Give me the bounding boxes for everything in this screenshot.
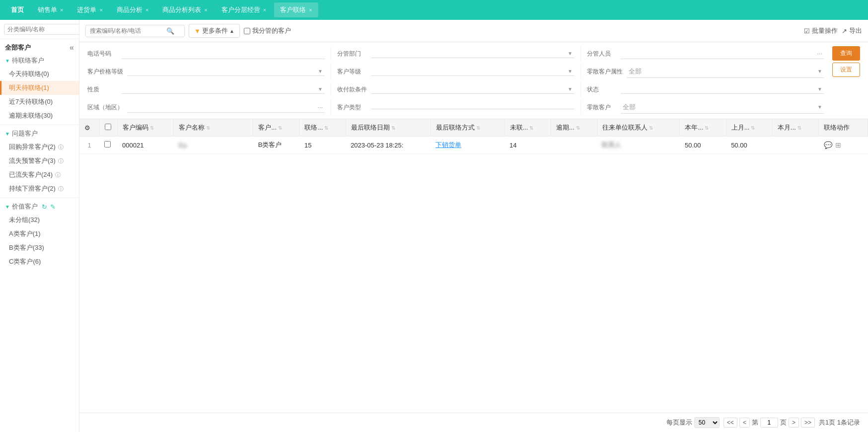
table-select-all-checkbox[interactable] [105,124,111,130]
sidebar-all-customers[interactable]: 全部客户 « [0,39,79,54]
sort-last-date-icon[interactable]: ⇅ [391,125,395,131]
nav-tab-customer-contact-label: 客户联络 [280,5,306,14]
nav-tab-customer-contact[interactable]: 客户联络 × [274,2,318,17]
sidebar-item-class-b[interactable]: B类客户(33) [0,241,79,255]
filter-region-select[interactable]: ··· [127,102,325,113]
next-page-btn[interactable]: > [789,418,799,428]
row-un-contact: 14 [505,137,551,154]
filter-phone-input[interactable] [121,49,325,59]
sort-last-month-icon[interactable]: ⇅ [751,125,755,131]
nav-tab-purchase-close[interactable]: × [99,7,102,13]
page-number-input[interactable] [760,418,778,428]
nav-tab-product-list[interactable]: 商品分析列表 × [156,2,213,17]
search-input[interactable] [90,27,164,34]
my-customers-checkbox-label[interactable]: 我分管的客户 [244,26,291,35]
sidebar-search-area: 🔍 [0,20,79,39]
filter-level-chevron: ▼ [568,69,573,74]
customer-table: ⚙ 客户编码 ⇅ 客户名称 [79,119,868,154]
page-size-area: 每页显示 50 100 200 [666,417,720,428]
sort-contact-person-icon[interactable]: ⇅ [649,125,653,131]
sidebar-item-churned[interactable]: 已流失客户(24) ⓘ [0,168,79,182]
col-last-method: 最后联络方式 ⇅ [431,119,505,137]
filter-price-select[interactable]: ▼ [127,67,325,76]
sidebar-item-7days[interactable]: 近7天待联络(0) [0,95,79,109]
sort-un-contact-icon[interactable]: ⇅ [529,125,533,131]
row-checkbox[interactable] [104,141,111,147]
table-settings-icon[interactable]: ⚙ [84,124,90,132]
sort-code-icon[interactable]: ⇅ [150,125,154,131]
sidebar-item-class-c[interactable]: C类客户(6) [0,255,79,269]
sort-this-year-icon[interactable]: ⇅ [705,125,709,131]
nav-tab-product-analysis-close[interactable]: × [145,7,148,13]
nav-tab-sales[interactable]: 销售单 × [32,2,69,17]
filter-level-select[interactable]: ▼ [371,67,575,76]
row-checkbox-cell [99,137,117,154]
sidebar-item-today[interactable]: 今天待联络(0) [0,67,79,81]
filter-region-dots[interactable]: ··· [317,103,323,111]
sort-name-icon[interactable]: ⇅ [206,125,210,131]
export-btn[interactable]: ↗ 导出 [842,26,862,35]
filter-retail-customer-select[interactable]: 全部 ▼ [621,101,824,114]
filter-customer-type-select[interactable] [371,106,575,109]
nav-tab-sales-label: 销售单 [38,5,57,14]
filter-status-label: 状态 [587,85,617,94]
sidebar-item-tomorrow[interactable]: 明天待联络(1) [0,81,79,95]
settings-button[interactable]: 设置 [832,63,860,77]
row-last-method: 下销货单 [431,137,505,154]
filter-level-label: 客户等级 [337,68,367,76]
sidebar-item-declining[interactable]: 持续下滑客户(2) ⓘ [0,182,79,196]
nav-tab-customer-contact-close[interactable]: × [309,7,312,13]
sidebar-item-repurchase-abnormal[interactable]: 回购异常客户(2) ⓘ [0,140,79,154]
sort-type-icon[interactable]: ⇅ [278,125,282,131]
sidebar-collapse-icon[interactable]: « [70,43,74,52]
nav-tab-customer-tier[interactable]: 客户分层经营 × [216,2,272,17]
filter-status-select[interactable]: ▼ [621,85,824,94]
sidebar-item-overdue[interactable]: 逾期未联络(30) [0,109,79,123]
filter-person-field: 分管人员 ··· [587,48,824,59]
row-last-month: 50.00 [726,137,772,154]
col-overdue: 逾期... ⇅ [551,119,597,137]
first-page-btn[interactable]: << [723,418,737,428]
row-action-more-icon[interactable]: ⊞ [835,141,841,149]
filter-gender-select[interactable]: ▼ [121,85,325,94]
filter-gender-chevron: ▼ [318,86,323,92]
nav-tab-product-analysis[interactable]: 商品分析 × [111,2,154,17]
nav-home-label: 首页 [11,5,24,14]
search-bar-icon[interactable]: 🔍 [166,27,174,35]
nav-tab-product-analysis-label: 商品分析 [117,5,143,14]
filter-retail-attr-select[interactable]: 全部 ▼ [627,66,824,78]
sort-this-month-icon[interactable]: ⇅ [797,125,801,131]
sort-last-method-icon[interactable]: ⇅ [476,125,480,131]
sort-overdue-icon[interactable]: ⇅ [576,125,580,131]
value-edit-icon[interactable]: ✎ [50,203,56,211]
filter-person-select[interactable]: ··· [621,48,824,59]
sidebar-group-value-label: 价值客户 [12,202,38,211]
sidebar-item-churn-warning[interactable]: 流失预警客户(3) ⓘ [0,154,79,168]
sidebar-item-class-a[interactable]: A类客户(1) [0,227,79,241]
sort-contact-count-icon[interactable]: ⇅ [324,125,328,131]
prev-page-btn[interactable]: < [739,418,750,428]
my-customers-checkbox[interactable] [244,28,250,34]
per-page-select[interactable]: 50 100 200 [694,417,720,428]
row-type: B类客户 [253,137,299,154]
row-action-contact-icon[interactable]: 💬 [824,141,832,149]
filter-price-label: 客户价格等级 [87,68,123,76]
batch-action-btn[interactable]: ☑ 批量操作 [804,26,838,35]
filter-more-btn[interactable]: ▼ 更多条件 ▲ [189,24,240,38]
row-this-month [772,137,818,154]
last-page-btn[interactable]: >> [801,418,815,428]
sidebar-item-ungrouped[interactable]: 未分组(32) [0,213,79,227]
nav-tab-product-list-close[interactable]: × [204,7,207,13]
filter-payment-select[interactable]: ▼ [371,85,575,94]
value-refresh-icon[interactable]: ↻ [42,203,47,211]
filter-retail-customer-label: 零散客户 [587,103,617,112]
sidebar-search-input[interactable] [4,24,79,35]
filter-dept-select[interactable]: ▼ [371,49,575,58]
nav-home[interactable]: 首页 [5,2,30,17]
nav-tab-customer-tier-close[interactable]: × [263,7,266,13]
nav-tab-purchase[interactable]: 进货单 × [71,2,108,17]
nav-tab-sales-close[interactable]: × [60,7,63,13]
filter-payment-chevron: ▼ [568,86,573,92]
filter-person-dots[interactable]: ··· [817,50,822,57]
query-button[interactable]: 查询 [832,46,860,61]
